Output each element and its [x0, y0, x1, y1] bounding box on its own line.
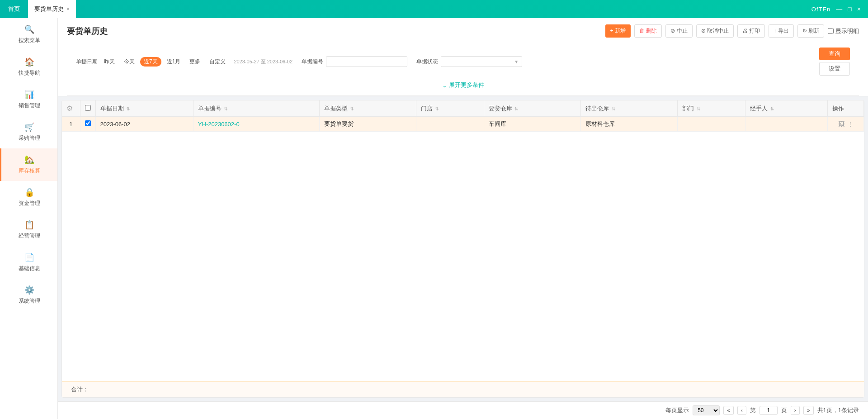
last-page-button[interactable]: »	[803, 406, 814, 415]
expand-more-label: 展开更多条件	[449, 81, 484, 89]
row-checkbox-cell[interactable]	[80, 117, 95, 132]
query-button[interactable]: 查询	[819, 48, 850, 60]
sidebar-item-operation[interactable]: 📋 经营管理	[0, 214, 57, 246]
window-close-icon[interactable]: ×	[857, 5, 861, 13]
status-filter-label: 单据状态	[416, 58, 438, 66]
print-button[interactable]: 🖨 打印	[737, 24, 765, 38]
chip-1month[interactable]: 近1月	[163, 57, 184, 67]
main-layout: 🔍 搜索菜单 🏠 快捷导航 📊 销售管理 🛒 采购管理 🏡 库存核算 🔒 资金管…	[0, 18, 868, 419]
per-page-select[interactable]: 20 50 100 200	[693, 405, 720, 415]
row-store	[416, 117, 484, 132]
chip-today[interactable]: 今天	[120, 57, 138, 67]
page-number-input[interactable]	[760, 406, 778, 415]
row-actions-cell: 🖼 ⋮	[828, 117, 864, 132]
new-button[interactable]: + 新增	[605, 24, 631, 38]
col-store[interactable]: 门店 ⇅	[416, 100, 484, 117]
tab-active-label: 要货单历史	[34, 5, 64, 13]
sidebar-item-label-sales: 销售管理	[19, 102, 40, 110]
col-req-warehouse[interactable]: 要货仓库 ⇅	[484, 100, 580, 117]
finance-icon: 🔒	[24, 187, 34, 197]
col-dest-warehouse[interactable]: 待出仓库 ⇅	[580, 100, 677, 117]
expand-more-btn[interactable]: ⌄ 展开更多条件	[76, 79, 850, 91]
col-handler[interactable]: 经手人 ⇅	[745, 100, 827, 117]
sidebar-item-purchase[interactable]: 🛒 采购管理	[0, 116, 57, 148]
delete-button[interactable]: 🗑 删除	[634, 24, 662, 38]
status-select[interactable]	[441, 56, 522, 67]
select-all-checkbox[interactable]	[85, 105, 91, 111]
filter-row-1: 单据日期 昨天 今天 近7天 近1月 更多 自定义 2023-05-27 至 2…	[76, 48, 850, 76]
sidebar-item-label-basic: 基础信息	[19, 265, 40, 272]
row-edit-icon[interactable]: 🖼	[838, 120, 844, 128]
filter-bar: 单据日期 昨天 今天 近7天 近1月 更多 自定义 2023-05-27 至 2…	[67, 43, 859, 96]
display-detail-checkbox[interactable]	[828, 28, 834, 34]
sidebar: 🔍 搜索菜单 🏠 快捷导航 📊 销售管理 🛒 采购管理 🏡 库存核算 🔒 资金管…	[0, 18, 58, 419]
pagination-bar: 每页显示 20 50 100 200 « ‹ 第 页 › » 共1页，1条记录	[58, 401, 868, 419]
sort-icon-doctype: ⇅	[350, 106, 354, 111]
cancel-stop-button[interactable]: ⊘ 取消中止	[696, 24, 734, 38]
chip-yesterday[interactable]: 昨天	[100, 57, 118, 67]
window-min-icon[interactable]: —	[836, 5, 842, 13]
export-button[interactable]: ↑ 导出	[769, 24, 793, 38]
sidebar-item-system[interactable]: ⚙️ 系统管理	[0, 279, 57, 311]
gear-icon[interactable]: ⚙	[66, 105, 73, 112]
content-area: 要货单历史 + 新增 🗑 删除 ⊘ 中止 ⊘ 取消中止 🖨 打印 ↑ 导出 ↻ …	[58, 18, 868, 419]
sort-icon-handler: ⇅	[770, 106, 774, 111]
tab-active[interactable]: 要货单历史 ×	[28, 0, 76, 18]
sidebar-item-finance[interactable]: 🔒 资金管理	[0, 181, 57, 214]
sort-icon-dept: ⇅	[697, 106, 700, 111]
doc-no-link[interactable]: YH-20230602-0	[198, 121, 240, 128]
chip-custom[interactable]: 自定义	[206, 57, 229, 67]
row-checkbox[interactable]	[85, 120, 91, 126]
col-doc-no[interactable]: 单据编号 ⇅	[193, 100, 319, 117]
docno-input[interactable]	[326, 56, 407, 67]
table-area: ⚙ 单据日期 ⇅ 单据编号 ⇅	[61, 100, 864, 398]
top-bar-right: OfTEn — □ ×	[811, 5, 868, 13]
tab-home[interactable]: 首页	[0, 0, 28, 18]
sidebar-item-search-menu[interactable]: 🔍 搜索菜单	[0, 18, 57, 51]
refresh-button[interactable]: ↻ 刷新	[797, 24, 824, 38]
tab-close-icon[interactable]: ×	[66, 6, 70, 12]
page-label: 第	[750, 406, 756, 414]
sidebar-item-sales[interactable]: 📊 销售管理	[0, 83, 57, 116]
sidebar-item-quick-nav[interactable]: 🏠 快捷导航	[0, 51, 57, 83]
table-row: 1 2023-06-02 YH-20230602-0 要货单要货 车间库 原材料…	[62, 117, 864, 132]
prev-page-button[interactable]: ‹	[737, 406, 746, 415]
row-req-warehouse: 车间库	[484, 117, 580, 132]
next-page-button[interactable]: ›	[791, 406, 800, 415]
query-btn-group: 查询 设置	[819, 48, 850, 76]
filter-status-group: 单据状态 ▼	[416, 56, 522, 67]
chip-more[interactable]: 更多	[186, 57, 204, 67]
col-dest-warehouse-label: 待出仓库	[585, 105, 609, 112]
stop-button[interactable]: ⊘ 中止	[665, 24, 692, 38]
first-page-button[interactable]: «	[723, 406, 734, 415]
row-department	[678, 117, 745, 132]
per-page-label: 每页显示	[665, 406, 689, 414]
sidebar-item-inventory[interactable]: 🏡 库存核算	[0, 148, 57, 181]
data-table: ⚙ 单据日期 ⇅ 单据编号 ⇅	[62, 100, 864, 132]
inventory-icon: 🏡	[24, 155, 34, 165]
col-doc-no-label: 单据编号	[198, 105, 222, 112]
sidebar-item-basic-info[interactable]: 📄 基础信息	[0, 246, 57, 279]
col-department[interactable]: 部门 ⇅	[678, 100, 745, 117]
sort-icon-docno: ⇅	[224, 106, 227, 111]
row-doc-no[interactable]: YH-20230602-0	[193, 117, 319, 132]
chip-7days[interactable]: 近7天	[140, 57, 161, 67]
row-more-icon[interactable]: ⋮	[847, 120, 854, 128]
settings-button[interactable]: 设置	[819, 62, 850, 76]
operation-icon: 📋	[24, 220, 34, 230]
col-req-warehouse-label: 要货仓库	[489, 105, 512, 112]
total-info: 共1页，1条记录	[817, 406, 859, 414]
col-settings[interactable]: ⚙	[62, 100, 80, 117]
table-header-row: ⚙ 单据日期 ⇅ 单据编号 ⇅	[62, 100, 864, 117]
sidebar-item-label-finance: 资金管理	[19, 200, 40, 207]
window-max-icon[interactable]: □	[848, 5, 851, 13]
row-dest-warehouse: 原材料仓库	[580, 117, 677, 132]
col-doc-date[interactable]: 单据日期 ⇅	[95, 100, 193, 117]
filter-docno-group: 单据编号	[302, 56, 407, 67]
quick-nav-icon: 🏠	[24, 57, 34, 67]
display-detail-label[interactable]: 显示明细	[828, 27, 859, 35]
col-doc-type[interactable]: 单据类型 ⇅	[319, 100, 416, 117]
col-doc-type-label: 单据类型	[324, 105, 348, 112]
brand-label: OfTEn	[811, 6, 831, 13]
col-doc-date-label: 单据日期	[100, 105, 124, 112]
